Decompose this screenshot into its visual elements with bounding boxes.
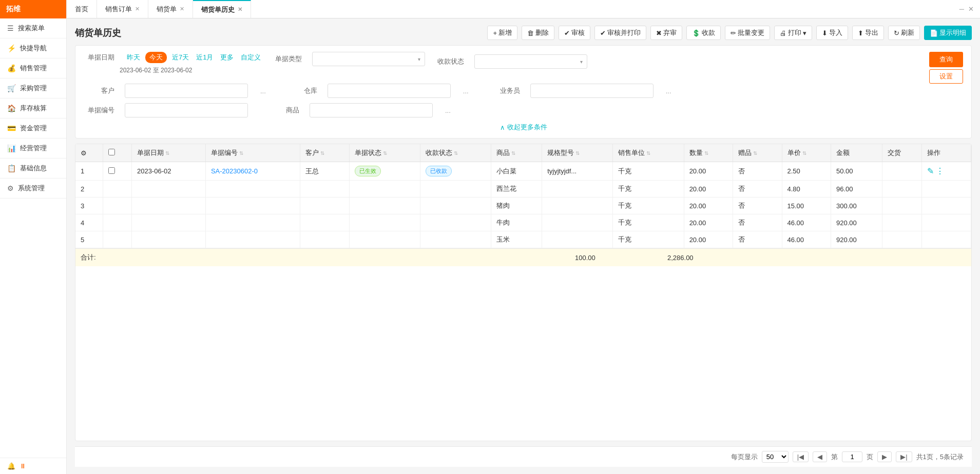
last-page-button[interactable]: ▶|: [896, 451, 912, 462]
col-checkbox: [103, 144, 131, 162]
sidebar-item-label: 资金管理: [20, 124, 47, 133]
tab-sales-order[interactable]: 销售订单 ✕: [97, 0, 148, 18]
cell-row-num: 4: [75, 214, 103, 231]
collect-button[interactable]: 💲 收款: [686, 26, 721, 40]
col-goods[interactable]: 商品⇅: [491, 144, 542, 162]
review-print-button[interactable]: ✔ 审核并打印: [594, 26, 646, 40]
query-button[interactable]: 查询: [929, 52, 963, 67]
settings-button[interactable]: 设置: [929, 69, 963, 84]
col-spec[interactable]: 规格型号⇅: [542, 144, 613, 162]
per-page-select[interactable]: 50 100 200: [762, 451, 789, 463]
tab-sales-history-close[interactable]: ✕: [238, 6, 242, 13]
sidebar-item-label: 系统管理: [18, 184, 45, 193]
first-page-button[interactable]: |◀: [793, 451, 809, 462]
warehouse-dots[interactable]: ...: [463, 87, 469, 95]
customer-input[interactable]: [125, 84, 248, 98]
sidebar-item-purchase-mgmt[interactable]: 🛒 采购管理: [0, 78, 66, 98]
table-row: 1 2023-06-02 SA-20230602-0 王总 已生效 已收款 小白…: [75, 162, 971, 181]
warehouse-input[interactable]: [328, 84, 451, 98]
pagination: 每页显示 50 100 200 |◀ ◀ 第 页 ▶ ▶| 共1页，5条记录: [75, 446, 972, 467]
window-minimize-icon[interactable]: ─: [959, 5, 964, 13]
cell-payment-status: [420, 214, 491, 231]
notification-icon[interactable]: 🔔: [7, 462, 15, 470]
salesperson-dots[interactable]: ...: [666, 87, 671, 95]
col-doc-status[interactable]: 单据状态⇅: [349, 144, 420, 162]
page-input[interactable]: [842, 451, 862, 462]
cell-gift: 否: [733, 181, 782, 198]
export-button[interactable]: ⬆ 导出: [852, 26, 884, 40]
tab-home[interactable]: 首页: [67, 0, 97, 18]
customer-dots[interactable]: ...: [260, 87, 266, 95]
print-button[interactable]: 🖨 打印 ▾: [774, 26, 812, 40]
cell-gift: 否: [733, 231, 782, 248]
import-button[interactable]: ⬇ 导入: [816, 26, 848, 40]
more-action-icon[interactable]: ⋮: [936, 167, 944, 175]
edit-action-icon[interactable]: ✎: [927, 167, 934, 175]
salesperson-input[interactable]: [530, 84, 654, 98]
col-doc-no[interactable]: 单据编号⇅: [205, 144, 300, 162]
sidebar-item-search-menu[interactable]: ☰ 搜索菜单: [0, 18, 66, 38]
tab-sales-order-close[interactable]: ✕: [135, 6, 140, 12]
payment-status-select[interactable]: ▾: [474, 54, 587, 69]
prev-page-button[interactable]: ◀: [813, 451, 827, 462]
shortcut-yesterday[interactable]: 昨天: [125, 52, 142, 63]
col-payment-status[interactable]: 收款状态⇅: [420, 144, 491, 162]
shortcut-1month[interactable]: 近1月: [194, 52, 215, 63]
table-row: 5 玉米 千克 20.00 否 46.00 920.00: [75, 231, 971, 248]
sidebar-item-quick-nav[interactable]: ⚡ 快捷导航: [0, 38, 66, 58]
doc-type-select[interactable]: ▾: [312, 52, 425, 66]
window-close-icon[interactable]: ✕: [968, 5, 974, 13]
col-unit-price[interactable]: 单价⇅: [782, 144, 831, 162]
sidebar-item-inventory[interactable]: 🏠 库存核算: [0, 98, 66, 118]
cell-goods: 牛肉: [491, 214, 542, 231]
doc-no-link[interactable]: SA-20230602-0: [211, 167, 258, 175]
cell-spec: [542, 231, 613, 248]
cell-doc-date: [131, 214, 205, 231]
sidebar-item-sales-mgmt[interactable]: 💰 销售管理: [0, 58, 66, 78]
col-customer[interactable]: 客户⇅: [300, 144, 349, 162]
col-gift[interactable]: 赠品⇅: [733, 144, 782, 162]
shortcut-7days[interactable]: 近7天: [170, 52, 191, 63]
doc-no-input[interactable]: [125, 103, 248, 117]
tab-sales-delivery-close[interactable]: ✕: [180, 6, 184, 12]
cell-unit: 千克: [613, 198, 684, 214]
sidebar-item-finance[interactable]: 💳 资金管理: [0, 118, 66, 139]
delete-button[interactable]: 🗑 删除: [522, 26, 554, 40]
row-checkbox[interactable]: [108, 167, 115, 174]
col-unit[interactable]: 销售单位⇅: [613, 144, 684, 162]
sidebar-item-basic-info[interactable]: 📋 基础信息: [0, 159, 66, 179]
filter-panel: 单据日期 昨天 今天 近7天 近1月 更多 自定义 2023-06-02 至 2…: [75, 45, 972, 139]
col-settings[interactable]: ⚙: [75, 144, 103, 162]
cell-gift: 否: [733, 214, 782, 231]
sidebar-item-operations[interactable]: 📊 经营管理: [0, 139, 66, 159]
pause-icon[interactable]: ⏸: [20, 462, 26, 470]
col-action: 操作: [922, 144, 971, 162]
shortcut-custom[interactable]: 自定义: [239, 52, 263, 63]
goods-input[interactable]: [310, 103, 433, 117]
select-all-checkbox[interactable]: [108, 149, 115, 155]
next-page-button[interactable]: ▶: [877, 451, 892, 462]
table-row: 4 牛肉 千克 20.00 否 46.00 920.00: [75, 214, 971, 231]
doc-type-arrow-icon: ▾: [418, 56, 420, 62]
date-shortcuts: 昨天 今天 近7天 近1月 更多 自定义: [125, 52, 263, 63]
col-qty[interactable]: 数量⇅: [684, 144, 733, 162]
batch-change-button[interactable]: ✏ 批量变更: [725, 26, 770, 40]
abandon-button[interactable]: ✖ 弃审: [650, 26, 682, 40]
operations-icon: 📊: [7, 144, 16, 152]
add-button[interactable]: + 新增: [487, 26, 517, 40]
cell-unit-price: 46.00: [782, 214, 831, 231]
col-doc-date[interactable]: 单据日期⇅: [131, 144, 205, 162]
filter-row-payment-status: 收款状态 ▾: [433, 54, 587, 69]
shortcut-more[interactable]: 更多: [218, 52, 236, 63]
sidebar-item-system-mgmt[interactable]: ⚙ 系统管理: [0, 179, 66, 199]
collapse-button[interactable]: ∧ 收起更多条件: [500, 123, 547, 132]
refresh-button[interactable]: ↻ 刷新: [888, 26, 920, 40]
show-detail-button[interactable]: 📄 显示明细: [924, 26, 972, 40]
cell-checkbox: [103, 231, 131, 248]
review-button[interactable]: ✔ 审核: [559, 26, 590, 40]
tab-sales-history[interactable]: 销货单历史 ✕: [193, 0, 251, 18]
tab-sales-delivery[interactable]: 销货单 ✕: [148, 0, 193, 18]
shortcut-today[interactable]: 今天: [145, 52, 167, 63]
goods-dots[interactable]: ...: [445, 107, 451, 114]
sidebar-item-label: 快捷导航: [20, 44, 47, 53]
